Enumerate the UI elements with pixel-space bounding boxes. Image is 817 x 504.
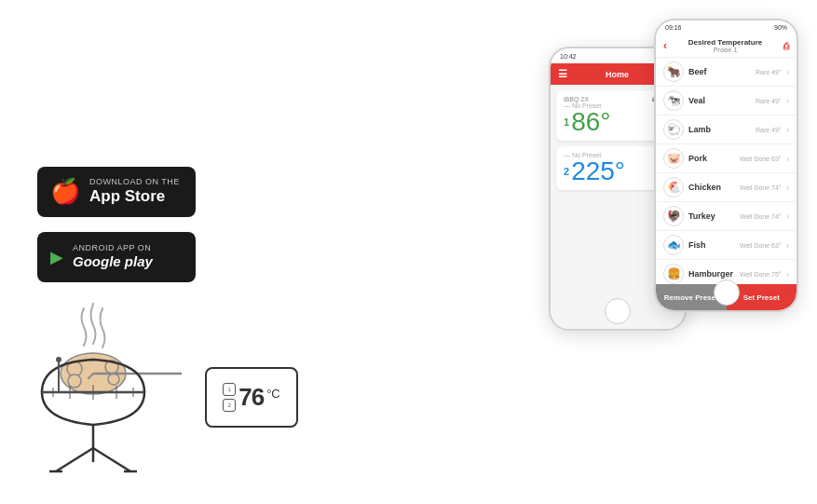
turkey-icon: 🦃 xyxy=(663,206,684,226)
svg-line-14 xyxy=(56,448,93,471)
google-badge-top: ANDROID APP ON xyxy=(73,243,153,253)
phone2-share-icon[interactable]: ⎙ xyxy=(783,41,789,51)
beef-chevron: › xyxy=(786,67,789,77)
phone2-header: ‹ Desired Temperature Probe 1 ⎙ xyxy=(656,34,797,58)
main-container: 🍎 DOWNLOAD ON THE App Store ▶ ANDROID AP… xyxy=(0,0,817,504)
lamb-name: Lamb xyxy=(688,125,751,134)
phone2-status-bar: 09:16 90% xyxy=(656,20,797,34)
phone2-time: 09:16 xyxy=(665,24,682,31)
phone1-home-button[interactable] xyxy=(605,298,631,324)
list-item-veal[interactable]: 🐄 Veal Rare 49° › xyxy=(656,87,797,116)
probe1-name: iBBQ 2X xyxy=(564,96,589,102)
lamb-chevron: › xyxy=(786,125,789,135)
veal-icon: 🐄 xyxy=(663,90,684,111)
veal-chevron: › xyxy=(786,96,789,106)
hamburger-detail: Well Done 75° xyxy=(740,271,782,278)
probe1-temp: 86° xyxy=(571,109,610,135)
google-play-badge[interactable]: ▶ ANDROID APP ON Google play xyxy=(37,232,196,282)
list-item-lamb[interactable]: 🐑 Lamb Rare 49° › xyxy=(656,116,797,144)
chicken-chevron: › xyxy=(786,183,789,193)
hamburger-chevron: › xyxy=(786,269,789,279)
veal-detail: Rare 49° xyxy=(756,98,782,104)
fish-detail: Well Done 63° xyxy=(740,242,782,249)
pork-chevron: › xyxy=(786,154,789,164)
list-item-beef[interactable]: 🐂 Beef Rare 49° › xyxy=(656,58,797,87)
device-box: 1 2 76 °C xyxy=(205,367,298,428)
app-store-badge[interactable]: 🍎 DOWNLOAD ON THE App Store xyxy=(37,167,196,217)
left-section: 🍎 DOWNLOAD ON THE App Store ▶ ANDROID AP… xyxy=(37,167,196,282)
phone1-title: Home xyxy=(606,70,629,79)
google-badge-text: ANDROID APP ON Google play xyxy=(73,243,153,270)
apple-badge-bottom: App Store xyxy=(89,187,180,206)
list-item-chicken[interactable]: 🐔 Chicken Well Done 74° › xyxy=(656,173,797,202)
svg-point-19 xyxy=(56,357,61,362)
turkey-chevron: › xyxy=(786,211,789,222)
hamburger-name: Hamburger xyxy=(688,269,735,279)
pork-name: Pork xyxy=(688,154,735,163)
phone2-list: 🐂 Beef Rare 49° › 🐄 Veal Rare 49° › xyxy=(656,58,797,284)
phone2-screen: 09:16 90% ‹ Desired Temperature Probe 1 … xyxy=(656,20,797,310)
probe1-dot: 1 xyxy=(223,383,236,396)
turkey-detail: Well Done 74° xyxy=(740,213,782,220)
beef-icon: 🐂 xyxy=(663,61,684,82)
beef-detail: Rare 49° xyxy=(756,69,782,75)
apple-badge-top: DOWNLOAD ON THE xyxy=(89,177,180,187)
turkey-name: Turkey xyxy=(688,211,735,221)
hamburger-icon: 🍔 xyxy=(663,264,684,284)
pork-icon: 🐷 xyxy=(663,148,684,169)
phone1-menu-icon[interactable]: ☰ xyxy=(558,68,567,80)
phone2-subtitle: Probe 1 xyxy=(714,47,738,53)
probe2-dot: 2 xyxy=(223,399,236,412)
svg-point-4 xyxy=(108,374,119,385)
probe2-temp: 225° xyxy=(571,158,625,184)
beef-name: Beef xyxy=(688,67,751,76)
bbq-grill-svg xyxy=(23,299,210,476)
phone2-home-button[interactable] xyxy=(714,279,740,306)
phone2-battery: 90% xyxy=(774,24,787,31)
list-item-fish[interactable]: 🐟 Fish Well Done 63° › xyxy=(656,231,797,260)
fish-name: Fish xyxy=(688,240,735,250)
pork-detail: Well Done 63° xyxy=(740,156,782,162)
phones-section: 10:42 📶🔋 ☰ Home ＋ iBBQ 2X xyxy=(500,19,798,335)
google-play-icon: ▶ xyxy=(50,247,63,267)
apple-badge-text: DOWNLOAD ON THE App Store xyxy=(89,177,180,206)
device-temperature: 76 xyxy=(238,383,264,412)
chicken-icon: 🐔 xyxy=(663,177,684,198)
veal-name: Veal xyxy=(688,96,751,105)
lamb-icon: 🐑 xyxy=(663,119,684,140)
device-unit-label: °C xyxy=(266,387,280,401)
phone1-time: 10:42 xyxy=(560,53,577,60)
bbq-area: 1 2 76 °C xyxy=(23,299,298,476)
phone2: 09:16 90% ‹ Desired Temperature Probe 1 … xyxy=(654,19,798,312)
svg-point-2 xyxy=(68,375,81,388)
phone2-wrapper: 09:16 90% ‹ Desired Temperature Probe 1 … xyxy=(654,19,798,312)
apple-icon: 🍎 xyxy=(50,177,80,206)
chicken-detail: Well Done 74° xyxy=(740,184,782,191)
phone2-title: Desired Temperature xyxy=(688,38,762,47)
fish-icon: 🐟 xyxy=(663,235,684,255)
list-item-pork[interactable]: 🐷 Pork Well Done 63° › xyxy=(656,144,797,173)
google-badge-bottom: Google play xyxy=(73,253,153,270)
svg-line-15 xyxy=(93,448,130,471)
device-unit: 1 2 76 °C xyxy=(205,367,298,428)
list-item-turkey[interactable]: 🦃 Turkey Well Done 74° › xyxy=(656,202,797,231)
chicken-name: Chicken xyxy=(688,183,735,192)
phone2-back-icon[interactable]: ‹ xyxy=(663,39,667,52)
fish-chevron: › xyxy=(786,240,789,251)
device-display: 1 2 76 °C xyxy=(223,383,280,412)
lamb-detail: Rare 49° xyxy=(756,127,782,133)
